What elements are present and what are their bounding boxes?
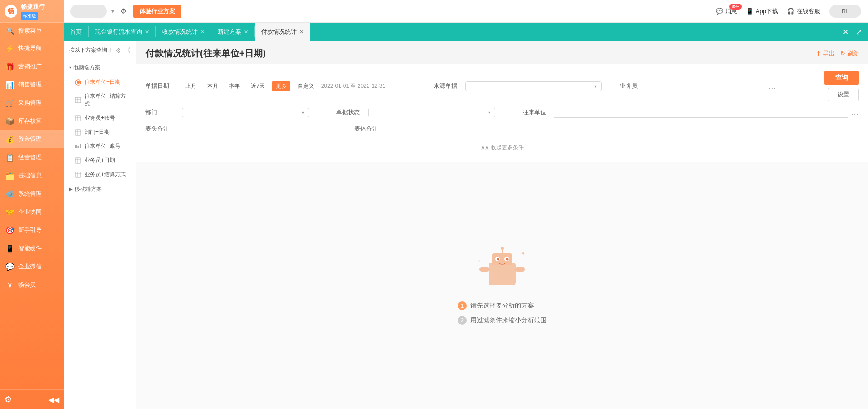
tab-actions: ✕ ⤢ xyxy=(841,23,868,41)
scheme-group-mobile-label: 移动端方案 xyxy=(75,185,102,193)
sidebar-item-enterprise[interactable]: 🤝 企业协同 xyxy=(0,203,64,221)
refresh-button[interactable]: ↻ 刷新 xyxy=(840,50,859,58)
search-icon: 🔍 xyxy=(5,26,15,35)
source-voucher-group: 来源单据 ▾ xyxy=(434,81,602,91)
dept-label: 部门 xyxy=(145,108,173,116)
sidebar-item-basicinfo[interactable]: 🗂️ 基础信息 xyxy=(0,167,64,185)
sidebar-settings-icon[interactable]: ⚙ xyxy=(5,394,12,404)
voucher-status-select[interactable]: ▾ xyxy=(368,108,495,117)
query-button[interactable]: 查询 xyxy=(824,71,859,85)
sidebar-item-marketing[interactable]: 🎁 营销推广 xyxy=(0,57,64,76)
scheme-group-mobile-header[interactable]: ▶ 移动端方案 xyxy=(64,182,136,197)
filter-dates: 上月 本月 本年 近7天 更多 自定义 2022-01-01 至 2022-12… xyxy=(182,81,385,91)
staff-more-icon[interactable]: … xyxy=(765,81,776,91)
scheme-add-button[interactable]: + xyxy=(108,45,113,55)
scheme-group-pc-header[interactable]: ▾ 电脑端方案 xyxy=(64,60,136,75)
svg-point-25 xyxy=(506,258,509,260)
messages-button[interactable]: 💬 消息 99+ xyxy=(716,7,737,15)
tabbar: 首页 现金银行流水查询 ✕ 收款情况统计 ✕ 新建方案 ✕ 付款情况统计 ✕ ✕… xyxy=(64,23,868,41)
date-btn-last-month[interactable]: 上月 xyxy=(182,81,200,91)
body-note-input[interactable] xyxy=(386,123,514,134)
purchase-label: 采购管理 xyxy=(18,99,42,107)
header-note-input[interactable] xyxy=(182,123,309,134)
trial-button[interactable]: 体验行业方案 xyxy=(133,5,181,18)
scheme-item-unit-date[interactable]: 往来单位+日期 xyxy=(64,75,136,89)
tab-cashflow-close[interactable]: ✕ xyxy=(145,29,149,35)
tab-payment-stat[interactable]: 付款情况统计 ✕ xyxy=(255,23,310,41)
collapse-bar[interactable]: ∧∧ 收起更多条件 xyxy=(145,140,859,155)
sidebar-footer: ⚙ ◀◀ xyxy=(0,389,64,409)
user-avatar[interactable]: Rit xyxy=(829,5,861,18)
operation-label: 经营管理 xyxy=(18,153,42,162)
sidebar-item-hardware[interactable]: 📱 智能硬件 xyxy=(0,239,64,258)
capital-icon: 💰 xyxy=(5,135,15,144)
source-voucher-select[interactable]: ▾ xyxy=(465,81,602,91)
sidebar-item-quicknav[interactable]: ⚡ 快捷导航 xyxy=(0,39,64,57)
sidebar-item-system[interactable]: ⚙️ 系统管理 xyxy=(0,185,64,203)
scheme-group-mobile-chevron: ▶ xyxy=(69,187,73,192)
counterpart-input[interactable] xyxy=(554,107,848,118)
tab-new-scheme[interactable]: 新建方案 ✕ xyxy=(211,23,254,41)
scheme-group-mobile: ▶ 移动端方案 xyxy=(64,182,136,197)
voucher-status-label: 单据状态 xyxy=(336,108,364,116)
counterpart-more-icon[interactable]: … xyxy=(848,108,859,117)
logo-icon: 畅 xyxy=(5,5,17,18)
scheme-item-staff-date-label: 业务员+日期 xyxy=(85,157,115,164)
app-download-button[interactable]: 📱 App下载 xyxy=(746,7,778,15)
svg-rect-17 xyxy=(75,172,81,177)
sidebar-item-weixin[interactable]: 💬 企业微信 xyxy=(0,258,64,276)
search-label: 搜索菜单 xyxy=(18,27,42,35)
tab-payment-close[interactable]: ✕ xyxy=(299,29,304,35)
sidebar-item-member[interactable]: ∨ 畅会员 xyxy=(0,276,64,294)
date-btn-this-year[interactable]: 本年 xyxy=(225,81,244,91)
scheme-item-staff-settle[interactable]: 业务员+结算方式 xyxy=(64,167,136,182)
tab-expand-icon[interactable]: ⤢ xyxy=(854,26,863,38)
tab-new-scheme-label: 新建方案 xyxy=(218,28,241,36)
sidebar-item-sales[interactable]: 📊 销售管理 xyxy=(0,76,64,94)
scheme-collapse-button[interactable]: 《 xyxy=(124,46,130,55)
tab-close-all-icon[interactable]: ✕ xyxy=(841,26,850,38)
filter-settings-button[interactable]: 设置 xyxy=(828,88,859,101)
scheme-item-dept-date[interactable]: 部门+日期 xyxy=(64,125,136,139)
tab-payment-label: 付款情况统计 xyxy=(261,28,297,36)
page-header-actions: ⬆ 导出 ↻ 刷新 xyxy=(816,50,859,58)
scheme-item-dept-date-label: 部门+日期 xyxy=(85,128,110,136)
sidebar-collapse-icon[interactable]: ◀◀ xyxy=(48,395,59,404)
sidebar-item-purchase[interactable]: 🛒 采购管理 xyxy=(0,94,64,112)
tab-receipt-stat[interactable]: 收款情况统计 ✕ xyxy=(156,23,211,41)
export-button[interactable]: ⬆ 导出 xyxy=(816,50,835,58)
message-icon: 💬 xyxy=(716,8,723,15)
svg-rect-14 xyxy=(75,158,81,163)
date-btn-more[interactable]: 更多 xyxy=(272,81,290,91)
counterpart-input-area: … xyxy=(554,107,859,118)
filter-row-2: 部门 ▾ 单据状态 ▾ 往来单位 xyxy=(145,107,859,118)
tab-receipt-close[interactable]: ✕ xyxy=(200,29,205,35)
empty-state: ✦ ✦ 1 请先选择要分析的方案 2 用过滤条件来缩小分析范围 xyxy=(136,162,868,409)
topbar-chevron-icon[interactable]: ▾ xyxy=(111,8,114,15)
search-menu[interactable]: 🔍 搜索菜单 xyxy=(0,23,64,39)
scheme-item-unit-settle[interactable]: 往来单位+结算方式 xyxy=(64,89,136,111)
scheme-group-pc-label: 电脑端方案 xyxy=(73,64,100,71)
sidebar-item-inventory[interactable]: 📦 库存核算 xyxy=(0,112,64,130)
tab-new-scheme-close[interactable]: ✕ xyxy=(244,29,248,35)
date-btn-last7[interactable]: 近7天 xyxy=(247,81,269,91)
scheme-item-unit-account[interactable]: 往来单位+账号 xyxy=(64,139,136,153)
body-note-group: 表体备注 xyxy=(354,123,859,134)
date-btn-this-month[interactable]: 本月 xyxy=(204,81,222,91)
hardware-label: 智能硬件 xyxy=(18,244,42,252)
date-btn-custom[interactable]: 自定义 xyxy=(294,81,318,91)
sidebar: 畅 畅捷通行 标准版 🔍 搜索菜单 ⚡ 快捷导航 🎁 营销推广 📊 销售管理 🛒… xyxy=(0,0,64,409)
dept-select[interactable]: ▾ xyxy=(182,108,309,117)
tab-cashflow[interactable]: 现金银行流水查询 ✕ xyxy=(89,23,155,41)
sidebar-item-guide[interactable]: 🎯 新手引导 xyxy=(0,221,64,239)
scheme-settings-button[interactable]: ⚙ xyxy=(115,47,121,54)
online-service-button[interactable]: 🎧 在线客服 xyxy=(787,7,820,15)
tab-home[interactable]: 首页 xyxy=(64,23,88,41)
logo-char: 畅 xyxy=(8,7,14,15)
topbar-gear-icon[interactable]: ⚙ xyxy=(119,5,129,17)
scheme-item-staff-date[interactable]: 业务员+日期 xyxy=(64,153,136,167)
sidebar-item-operation[interactable]: 📋 经营管理 xyxy=(0,148,64,167)
sidebar-item-capital[interactable]: 💰 资金管理 xyxy=(0,130,64,148)
staff-input[interactable] xyxy=(652,81,765,91)
scheme-item-staff-account[interactable]: 业务员+账号 xyxy=(64,111,136,125)
